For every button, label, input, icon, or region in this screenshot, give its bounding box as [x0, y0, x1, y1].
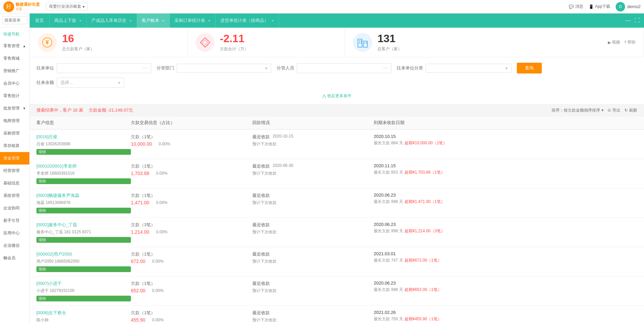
tab-customer-close[interactable]: ✕: [162, 19, 165, 23]
dept-select[interactable]: ▾: [177, 64, 271, 73]
refresh-button[interactable]: ↻ 刷新: [624, 108, 637, 113]
store-selector[interactable]: 母婴行业演示账套 ▾: [46, 3, 88, 10]
sidebar-item-quick-nav[interactable]: 快捷导航: [0, 29, 29, 40]
sort-selector[interactable]: 排序：按欠款金额倒序排序 ▾: [552, 108, 604, 113]
debt-percent-4: 0.00%: [156, 230, 168, 234]
sidebar-item-inventory[interactable]: 库存核算: [0, 140, 29, 152]
result-debt-label: 欠款金额: [84, 108, 106, 113]
sidebar-item-retail-mgmt[interactable]: 零售管理 ▲: [0, 40, 29, 52]
sidebar-search-input[interactable]: [2, 16, 27, 24]
debt-amount-6[interactable]: 652.00: [131, 288, 145, 293]
sidebar-item-label-system: 系统管理: [3, 193, 20, 199]
result-actions: 排序：按欠款金额倒序排序 ▾ ⊙ 导出 ↻ 刷新: [552, 108, 637, 113]
tab-production[interactable]: 产成品入库单历史 ✕: [87, 13, 137, 28]
message-btn[interactable]: 💬 消息: [569, 4, 583, 9]
manager-input[interactable]: [301, 66, 383, 71]
tab-purchase-order[interactable]: 采购订单统计表 ✕: [170, 13, 216, 28]
debt-amount-4[interactable]: 1,214.00: [131, 229, 149, 235]
customer-info-1: [0016]吕俊 吕俊 13026203696 现销: [36, 134, 131, 155]
overdue-link-1[interactable]: 超期¥10,000.00（1笔）: [404, 140, 447, 146]
overdue-link-2[interactable]: 超期¥1,703.68（1笔）: [404, 170, 445, 175]
overdue-link-7[interactable]: 超期¥455.90（1笔）: [404, 316, 442, 322]
overdue-link-3[interactable]: 超期¥1,471.00（1笔）: [404, 199, 445, 205]
debt-amount-5[interactable]: 672.00: [131, 259, 145, 264]
sidebar-item-marketing[interactable]: 营销推广: [0, 65, 29, 77]
customer-tag-3: 现销: [36, 208, 131, 213]
customer-name-6[interactable]: [0007]小进干: [36, 281, 131, 287]
tab-purchase-order-close[interactable]: ✕: [208, 19, 211, 23]
svg-rect-8: [359, 42, 360, 43]
user-area[interactable]: D demo2: [616, 2, 641, 11]
debt-amount-7[interactable]: 455.90: [131, 317, 145, 323]
from-unit-input[interactable]: [60, 66, 143, 71]
sidebar-item-vip[interactable]: 畅会员: [0, 252, 29, 264]
sidebar-item-basic-info[interactable]: 基础信息: [0, 177, 29, 189]
video-link[interactable]: ▶ 视频: [608, 39, 620, 45]
tab-production-close[interactable]: ✕: [129, 19, 132, 23]
help-link[interactable]: ? 帮助: [624, 39, 636, 45]
unit-category-select[interactable]: ▾: [426, 64, 511, 73]
tabs-bar: 首页 商品上下架 ✕ 产成品入库单历史 ✕ 客户账本 ✕ 采购订单统计表 ✕: [30, 13, 644, 28]
customer-info-4: [0002]服务中心_丁磊 服务中心_丁磊 181 0125 8371 现销: [36, 222, 131, 243]
customer-name-4[interactable]: [0002]服务中心_丁磊: [36, 222, 131, 228]
from-unit-dots[interactable]: ···: [143, 65, 147, 71]
sidebar-item-retail-store[interactable]: 零售商城: [0, 52, 29, 65]
sidebar-item-wechat[interactable]: 企业微信: [0, 239, 29, 252]
collapse-button[interactable]: ⋀ 收起更多条件: [323, 93, 352, 99]
debt-amount-row-5: 672.00 0.00%: [131, 259, 252, 264]
tabs-minimize-btn[interactable]: —: [624, 16, 632, 25]
customer-name-2[interactable]: [0001020001]李老师: [36, 163, 131, 169]
tab-goods[interactable]: 商品上下架 ✕: [50, 13, 87, 28]
sidebar-item-wholesale[interactable]: 批发管理 ▼: [0, 102, 29, 115]
from-unit-input-wrapper[interactable]: ···: [57, 63, 151, 73]
overdue-link-5[interactable]: 超期¥672.00（1笔）: [404, 258, 442, 263]
tab-goods-close[interactable]: ✕: [79, 19, 82, 23]
tab-purchase-stats[interactable]: 进货单统计表（按商品） ✕: [216, 13, 279, 28]
sidebar-item-label-enterprise: 企业协同: [3, 205, 20, 211]
customer-name-3[interactable]: [0003]畅捷服务尹海蕊: [36, 193, 131, 199]
tab-purchase-stats-close[interactable]: ✕: [271, 19, 274, 23]
tab-customer-account[interactable]: 客户账本 ✕: [137, 13, 170, 28]
overdue-link-6[interactable]: 超期¥652.00（1笔）: [404, 287, 442, 293]
debt-amount-3[interactable]: 1,471.00: [131, 200, 149, 205]
overdue-link-4[interactable]: 超期¥1,214.00（3笔）: [404, 228, 445, 234]
sidebar-item-member[interactable]: 会员中心: [0, 77, 29, 90]
overdue-date-2: 2020.11.15: [374, 163, 637, 168]
sidebar-item-finance[interactable]: 资金管理: [0, 152, 29, 165]
query-button[interactable]: 查询: [517, 63, 542, 73]
manager-input-wrapper[interactable]: ···: [297, 63, 391, 73]
sidebar-item-app-center[interactable]: 应用中心: [0, 227, 29, 239]
sidebar-item-newbie[interactable]: 新手引导: [0, 214, 29, 227]
sidebar-item-system[interactable]: 系统管理: [0, 189, 29, 202]
sidebar-item-procurement[interactable]: 采购管理: [0, 127, 29, 140]
tabs-maximize-btn[interactable]: ⛶: [633, 16, 641, 25]
sidebar-item-enterprise[interactable]: 企业协同: [0, 202, 29, 214]
customer-name-7[interactable]: [0006]去下粮仓: [36, 310, 131, 316]
sidebar-item-retail-stats[interactable]: 零售统计: [0, 90, 29, 102]
balance-select[interactable]: 选择... ▾: [57, 78, 124, 88]
manager-dots[interactable]: ···: [383, 65, 388, 71]
logo-area[interactable]: 好 畅捷通好生意 示意: [3, 1, 40, 12]
overdue-date-6: 2020.06.23: [374, 281, 637, 286]
customer-name-1[interactable]: [0016]吕俊: [36, 134, 131, 140]
app-download-btn[interactable]: 📱 App下载: [589, 4, 610, 9]
tab-home[interactable]: 首页: [30, 13, 50, 28]
recovery-label-1: 最近收款: [252, 134, 270, 140]
sidebar-item-operations[interactable]: 经营管理: [0, 165, 29, 177]
content-body: ¥ 16 总欠款客户（家）: [30, 28, 644, 324]
recovery-info-2: 最近收款 2020-06-30 预计下次收款: [252, 163, 374, 184]
svg-rect-10: [364, 42, 365, 43]
logo-sub[interactable]: 示意: [16, 7, 40, 11]
recovery-row-1: 最近收款 2020-10-15: [252, 134, 374, 140]
sidebar-item-ecommerce[interactable]: 电商管理: [0, 115, 29, 127]
debt-amount-2[interactable]: 1,703.68: [131, 171, 149, 176]
debt-percent-7: 0.00%: [152, 318, 164, 322]
svg-rect-5: [363, 41, 367, 47]
message-label: 消息: [575, 4, 583, 9]
debt-amount-1[interactable]: 10,000.00: [131, 141, 152, 147]
debt-amount-row-2: 1,703.68 0.00%: [131, 171, 252, 176]
export-button[interactable]: ⊙ 导出: [608, 108, 620, 113]
customer-name-5[interactable]: [000002]用户2050: [36, 251, 131, 257]
svg-marker-3: [202, 40, 208, 45]
overdue-info-3: 2020.06.23 最长欠款 998 天 超期¥1,471.00（1笔）: [374, 193, 637, 213]
